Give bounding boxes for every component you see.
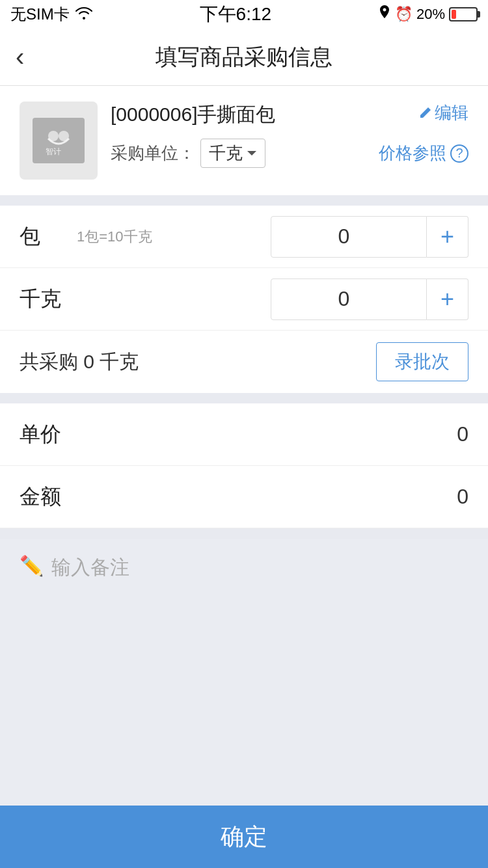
unit-price-row: 单价 0: [0, 403, 488, 466]
notes-section[interactable]: ✏️ 输入备注: [0, 539, 488, 617]
purchase-unit-section: 采购单位： 千克: [111, 139, 265, 168]
product-card: 智计 [0000006]手撕面包 编辑 采购单位： 千克: [0, 86, 488, 195]
status-time: 下午6:12: [200, 2, 272, 27]
pencil-icon: ✏️: [20, 554, 44, 577]
help-icon: ?: [450, 144, 468, 163]
empty-space: [0, 617, 488, 812]
total-label: 共采购 0 千克: [20, 349, 139, 375]
unit-select[interactable]: 千克: [200, 139, 265, 168]
unit-price-value: 0: [457, 422, 468, 446]
batch-button[interactable]: 录批次: [376, 342, 468, 381]
unit-price-label: 单价: [20, 420, 61, 449]
bag-row: 包 1包=10千克 +: [0, 206, 488, 268]
carrier-text: 无SIM卡: [10, 4, 70, 25]
battery-percent: 20%: [416, 6, 445, 23]
kg-row: 千克 +: [0, 268, 488, 331]
product-info: [0000006]手撕面包 编辑 采购单位： 千克 价格参照 ?: [111, 102, 468, 168]
kg-label: 千克: [20, 285, 72, 314]
bag-quantity-input[interactable]: [271, 216, 427, 258]
divider-1: [0, 195, 488, 206]
page-title: 填写商品采购信息: [156, 42, 332, 72]
confirm-button[interactable]: 确定: [0, 806, 488, 868]
amount-value: 0: [457, 485, 468, 509]
price-section: 单价 0 金额 0: [0, 403, 488, 528]
amount-label: 金额: [20, 483, 61, 511]
bag-plus-button[interactable]: +: [427, 216, 468, 258]
product-name: [0000006]手撕面包: [111, 102, 275, 128]
bag-input-group: +: [271, 216, 468, 258]
kg-plus-button[interactable]: +: [427, 278, 468, 320]
price-ref-button[interactable]: 价格参照 ?: [379, 142, 468, 165]
amount-row: 金额 0: [0, 466, 488, 528]
purchase-unit-label: 采购单位：: [111, 143, 195, 163]
total-row: 共采购 0 千克 录批次: [0, 331, 488, 393]
product-thumbnail: 智计: [20, 102, 98, 180]
quantity-section: 包 1包=10千克 + 千克 +: [0, 206, 488, 331]
kg-input-group: +: [271, 278, 468, 320]
svg-text:智计: 智计: [46, 147, 61, 156]
kg-quantity-input[interactable]: [271, 278, 427, 320]
divider-3: [0, 528, 488, 539]
nav-bar: ‹ 填写商品采购信息: [0, 29, 488, 86]
status-left: 无SIM卡: [10, 4, 93, 25]
product-logo: 智计: [33, 118, 85, 163]
status-right: ⏰ 20%: [378, 5, 478, 23]
status-bar: 无SIM卡 下午6:12 ⏰ 20%: [0, 0, 488, 29]
divider-2: [0, 393, 488, 403]
alarm-icon: ⏰: [395, 6, 413, 23]
notes-placeholder: 输入备注: [51, 554, 129, 581]
back-button[interactable]: ‹: [16, 42, 24, 72]
battery-icon: [449, 7, 478, 21]
wifi-icon: [75, 5, 93, 23]
bag-label: 包: [20, 223, 72, 251]
bag-sub-label: 1包=10千克: [77, 227, 152, 247]
edit-button[interactable]: 编辑: [418, 102, 468, 124]
location-icon: [378, 5, 391, 23]
